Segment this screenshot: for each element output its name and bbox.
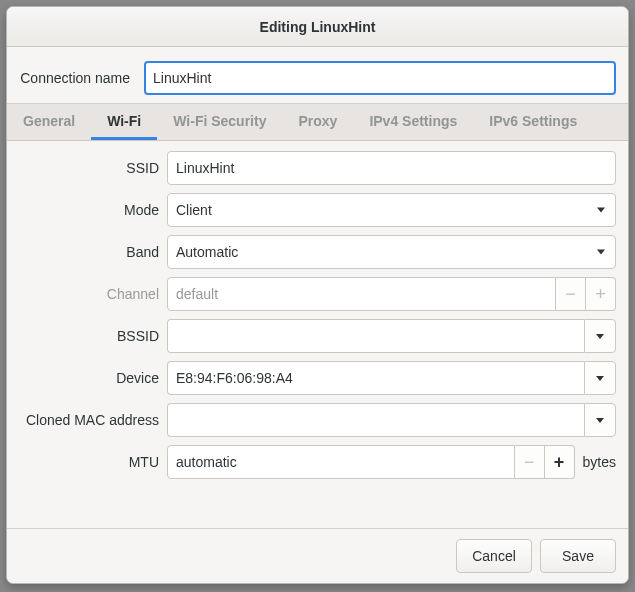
window-title: Editing LinuxHint — [260, 19, 376, 35]
connection-name-label: Connection name — [19, 70, 134, 86]
save-button[interactable]: Save — [540, 539, 616, 573]
band-label: Band — [19, 244, 159, 260]
bssid-label: BSSID — [19, 328, 159, 344]
tab-ipv4-settings[interactable]: IPv4 Settings — [353, 104, 473, 140]
chevron-down-icon — [596, 418, 604, 423]
chevron-down-icon — [597, 208, 605, 213]
chevron-down-icon — [596, 334, 604, 339]
cancel-button[interactable]: Cancel — [456, 539, 532, 573]
tab-general[interactable]: General — [7, 104, 91, 140]
bssid-input[interactable] — [167, 319, 584, 353]
channel-label: Channel — [19, 286, 159, 302]
mode-label: Mode — [19, 202, 159, 218]
band-select[interactable]: Automatic — [167, 235, 616, 269]
channel-input: default — [167, 277, 556, 311]
ssid-input[interactable] — [167, 151, 616, 185]
form-content: SSID Mode Client Band Automatic — [7, 141, 628, 528]
tab-proxy[interactable]: Proxy — [282, 104, 353, 140]
mode-value: Client — [176, 202, 212, 218]
device-label: Device — [19, 370, 159, 386]
connection-name-input[interactable] — [144, 61, 616, 95]
mtu-decrement[interactable]: − — [515, 445, 545, 479]
chevron-down-icon — [596, 376, 604, 381]
band-value: Automatic — [176, 244, 238, 260]
chevron-down-icon — [597, 250, 605, 255]
mode-select[interactable]: Client — [167, 193, 616, 227]
cloned-mac-dropdown-button[interactable] — [584, 403, 616, 437]
dialog-footer: Cancel Save — [7, 528, 628, 583]
channel-decrement: − — [556, 277, 586, 311]
mtu-label: MTU — [19, 454, 159, 470]
mtu-input[interactable] — [167, 445, 515, 479]
tab-ipv6-settings[interactable]: IPv6 Settings — [473, 104, 593, 140]
mtu-suffix: bytes — [583, 445, 616, 479]
dialog-window: Editing LinuxHint Connection name Genera… — [6, 6, 629, 584]
channel-increment: + — [586, 277, 616, 311]
bssid-dropdown-button[interactable] — [584, 319, 616, 353]
cloned-mac-label: Cloned MAC address — [19, 412, 159, 428]
ssid-label: SSID — [19, 160, 159, 176]
connection-name-row: Connection name — [7, 47, 628, 103]
tab-bar: General Wi-Fi Wi-Fi Security Proxy IPv4 … — [7, 103, 628, 141]
tab-wifi-security[interactable]: Wi-Fi Security — [157, 104, 282, 140]
window-titlebar: Editing LinuxHint — [7, 7, 628, 47]
tab-wifi[interactable]: Wi-Fi — [91, 104, 157, 140]
cloned-mac-input[interactable] — [167, 403, 584, 437]
mtu-increment[interactable]: + — [545, 445, 575, 479]
device-input[interactable] — [167, 361, 584, 395]
device-dropdown-button[interactable] — [584, 361, 616, 395]
